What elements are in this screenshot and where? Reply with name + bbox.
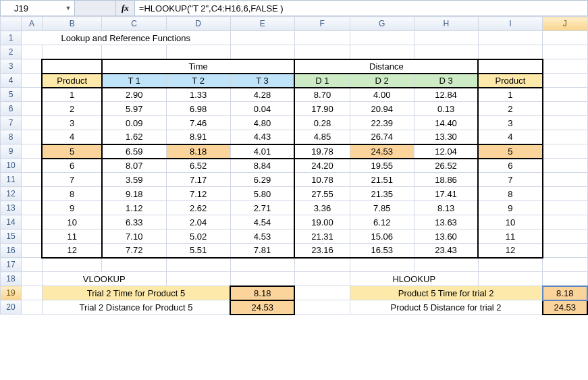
row-header-7[interactable]: 7 <box>1 116 22 130</box>
cell[interactable]: 9.18 <box>102 187 166 201</box>
cell[interactable]: 4 <box>42 130 101 144</box>
row-header-17[interactable]: 17 <box>1 258 22 272</box>
cell[interactable]: 21.31 <box>294 229 350 244</box>
cell[interactable]: 21.51 <box>350 173 414 187</box>
name-box-dropdown-icon[interactable]: ▼ <box>63 2 73 14</box>
cell[interactable]: 19.78 <box>294 144 350 159</box>
col-header-J[interactable]: J <box>543 17 587 31</box>
row-header-5[interactable]: 5 <box>1 88 22 102</box>
cell[interactable]: 3.59 <box>102 173 166 187</box>
row-header-19[interactable]: 19 <box>1 286 22 300</box>
cell[interactable]: 4.00 <box>350 88 414 102</box>
cell[interactable]: 12.84 <box>414 88 478 102</box>
cell[interactable]: 5.02 <box>166 229 230 244</box>
hlookup-result-2[interactable]: 24.53 <box>543 300 587 315</box>
cell[interactable]: 2.04 <box>166 215 230 229</box>
cell[interactable]: 18.86 <box>414 173 478 187</box>
row-header-10[interactable]: 10 <box>1 159 22 173</box>
cell[interactable]: 8.70 <box>294 88 350 102</box>
cell[interactable]: 14.40 <box>414 116 478 130</box>
cell[interactable]: 0.13 <box>414 102 478 116</box>
cell[interactable]: 23.16 <box>294 244 350 258</box>
cell[interactable]: 11 <box>42 229 101 244</box>
cell[interactable]: 3 <box>42 116 101 130</box>
cell[interactable]: 4.54 <box>230 215 294 229</box>
cell[interactable]: 7.46 <box>166 116 230 130</box>
row-header-8[interactable]: 8 <box>1 130 22 144</box>
cell[interactable]: 5 <box>478 144 542 159</box>
spreadsheet-grid[interactable]: A B C D E F G H I J 1 Lookup and Referen… <box>0 16 588 315</box>
row-header-20[interactable]: 20 <box>1 300 22 315</box>
col-header-G[interactable]: G <box>350 17 414 31</box>
row-header-4[interactable]: 4 <box>1 74 22 88</box>
cell[interactable]: 6.12 <box>350 215 414 229</box>
cell[interactable]: 7.85 <box>350 201 414 215</box>
col-header-D[interactable]: D <box>166 17 230 31</box>
cell[interactable]: 8 <box>478 187 542 201</box>
cell[interactable]: 4.85 <box>294 130 350 144</box>
cell[interactable]: 4.80 <box>230 116 294 130</box>
cell[interactable]: 5.97 <box>102 102 166 116</box>
cell[interactable]: 20.94 <box>350 102 414 116</box>
cell[interactable]: 5 <box>42 144 101 159</box>
cell[interactable]: 26.52 <box>414 159 478 173</box>
cell[interactable]: 12.04 <box>414 144 478 159</box>
row-header-14[interactable]: 14 <box>1 215 22 229</box>
cell[interactable]: 8.13 <box>414 201 478 215</box>
row-header-18[interactable]: 18 <box>1 272 22 286</box>
row-header-2[interactable]: 2 <box>1 45 22 59</box>
cell[interactable]: 15.06 <box>350 229 414 244</box>
cell[interactable]: 4 <box>478 130 542 144</box>
cell[interactable]: 7.81 <box>230 244 294 258</box>
row-header-13[interactable]: 13 <box>1 201 22 215</box>
formula-input[interactable]: =HLOOKUP("T 2",C4:H16,6,FALSE ) <box>135 1 587 16</box>
name-box[interactable]: J19 ▼ <box>1 1 75 16</box>
cell[interactable]: 6.33 <box>102 215 166 229</box>
cell[interactable]: 13.63 <box>414 215 478 229</box>
cell[interactable]: 12 <box>42 244 101 258</box>
cell[interactable]: 1.33 <box>166 88 230 102</box>
row-header-9[interactable]: 9 <box>1 144 22 159</box>
cell[interactable]: 4.53 <box>230 229 294 244</box>
cell[interactable]: 6 <box>42 159 101 173</box>
cell[interactable]: 7.72 <box>102 244 166 258</box>
row-header-1[interactable]: 1 <box>1 31 22 45</box>
cell[interactable]: 12 <box>478 244 542 258</box>
row-header-16[interactable]: 16 <box>1 244 22 258</box>
cell[interactable]: 10 <box>478 215 542 229</box>
cell[interactable]: 8.91 <box>166 130 230 144</box>
cell[interactable]: 17.41 <box>414 187 478 201</box>
cell[interactable]: 7.12 <box>166 187 230 201</box>
row-header-6[interactable]: 6 <box>1 102 22 116</box>
cell[interactable]: 4.28 <box>230 88 294 102</box>
cell[interactable]: 9 <box>478 201 542 215</box>
cell[interactable]: 6.59 <box>102 144 166 159</box>
fx-button[interactable]: fx <box>115 1 135 16</box>
cell[interactable]: 2 <box>42 102 101 116</box>
cell[interactable]: 2.71 <box>230 201 294 215</box>
cell[interactable]: 7 <box>42 173 101 187</box>
vlookup-result-1[interactable]: 8.18 <box>230 286 294 300</box>
col-header-A[interactable]: A <box>21 17 42 31</box>
col-header-I[interactable]: I <box>478 17 542 31</box>
cell[interactable]: 11 <box>478 229 542 244</box>
cell[interactable]: 4.43 <box>230 130 294 144</box>
cell[interactable]: 0.09 <box>102 116 166 130</box>
cell[interactable]: 6.98 <box>166 102 230 116</box>
cell[interactable]: 10 <box>42 215 101 229</box>
cell[interactable]: 1 <box>42 88 101 102</box>
col-header-C[interactable]: C <box>102 17 166 31</box>
cell[interactable]: 23.43 <box>414 244 478 258</box>
cell[interactable]: 6.29 <box>230 173 294 187</box>
cell[interactable]: 9 <box>42 201 101 215</box>
cell[interactable]: 17.90 <box>294 102 350 116</box>
cell[interactable]: 7.10 <box>102 229 166 244</box>
cell[interactable]: 1 <box>478 88 542 102</box>
cell[interactable]: 26.74 <box>350 130 414 144</box>
cell[interactable]: 8.18 <box>166 144 230 159</box>
cell[interactable]: 8.07 <box>102 159 166 173</box>
cell[interactable]: 2.90 <box>102 88 166 102</box>
row-header-15[interactable]: 15 <box>1 229 22 244</box>
cell[interactable]: 0.28 <box>294 116 350 130</box>
cell[interactable] <box>42 59 101 74</box>
